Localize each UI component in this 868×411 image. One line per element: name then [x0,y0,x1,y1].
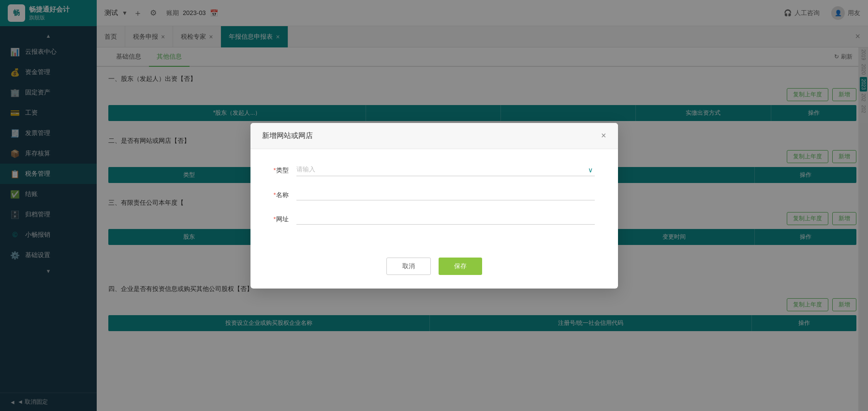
url-label: *网址 [274,215,289,224]
url-input[interactable] [296,215,595,222]
add-website-dialog: 新增网站或网店 × *类型 ∨ [250,123,618,289]
name-input[interactable] [296,191,595,198]
form-row-url: *网址 [274,214,595,225]
dialog-close-button[interactable]: × [601,131,606,141]
modal-overlay: 新增网站或网店 × *类型 ∨ [0,0,868,411]
save-button[interactable]: 保存 [439,258,482,275]
url-required-star: * [274,215,276,223]
type-dropdown-icon[interactable]: ∨ [588,166,593,174]
dialog-header: 新增网站或网店 × [250,123,618,149]
type-input[interactable] [296,165,595,174]
dialog-body: *类型 ∨ *名称 [250,149,618,250]
name-required-star: * [274,191,276,198]
form-row-name: *名称 [274,190,595,200]
url-input-wrap [296,214,595,225]
type-label: *类型 [274,166,289,175]
type-required-star: * [274,167,276,174]
name-label: *名称 [274,191,289,199]
name-input-wrap [296,190,595,200]
cancel-button[interactable]: 取消 [386,258,431,275]
dialog-footer: 取消 保存 [250,250,618,289]
form-row-type: *类型 ∨ [274,165,595,176]
dialog-title: 新增网站或网店 [262,131,313,140]
type-input-wrap: ∨ [296,165,595,176]
